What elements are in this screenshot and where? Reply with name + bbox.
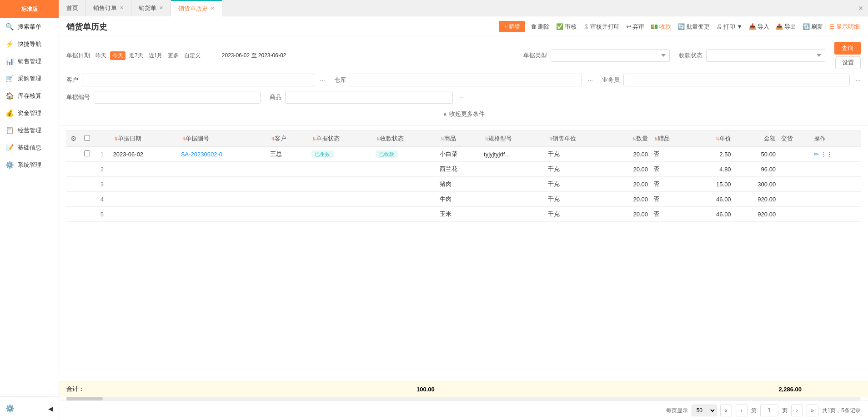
th-settings[interactable]: ⚙ xyxy=(66,131,80,147)
date-tag-1month[interactable]: 近1月 xyxy=(147,51,165,60)
horizontal-scrollbar[interactable] xyxy=(66,397,861,400)
query-button[interactable]: 查询 xyxy=(834,42,861,55)
row-checkbox-input[interactable] xyxy=(84,150,90,156)
next-page-button[interactable]: › xyxy=(791,405,803,416)
tab-sales-goods[interactable]: 销货单 ✕ xyxy=(131,0,171,16)
th-date[interactable]: ⇅单据日期 xyxy=(110,131,178,147)
select-all-checkbox[interactable] xyxy=(84,135,90,141)
goods-input[interactable] xyxy=(285,91,453,104)
scrollbar-thumb[interactable] xyxy=(66,397,103,400)
sidebar-item-operations[interactable]: 📋 经营管理 xyxy=(0,122,59,139)
close-sales-order-icon[interactable]: ✕ xyxy=(120,5,124,11)
doc-type-select[interactable] xyxy=(551,49,670,62)
goods-dots[interactable]: ··· xyxy=(458,94,464,101)
row-operation: ✏⋮⋮ xyxy=(811,147,861,162)
import-button[interactable]: 📥 导入 xyxy=(748,21,770,32)
th-customer[interactable]: ⇅客户 xyxy=(267,131,309,147)
row-date xyxy=(110,177,178,192)
row-quantity: 20.00 xyxy=(609,147,651,162)
edit-button[interactable]: ✏ xyxy=(814,151,819,158)
th-gift[interactable]: ⇅赠品 xyxy=(651,131,692,147)
sidebar-item-basic-info[interactable]: 📝 基础信息 xyxy=(0,139,59,156)
last-page-button[interactable]: » xyxy=(807,405,818,416)
collapse-button[interactable]: ∧ 收起更多条件 xyxy=(66,108,861,120)
row-doc-no xyxy=(178,177,267,192)
collect-button[interactable]: 💵 收款 xyxy=(650,21,672,32)
row-checkbox[interactable] xyxy=(80,192,94,207)
th-quantity[interactable]: ⇅数量 xyxy=(609,131,651,147)
row-checkbox[interactable] xyxy=(80,177,94,192)
customer-dots[interactable]: ··· xyxy=(320,76,325,84)
th-goods[interactable]: ⇅商品 xyxy=(437,131,481,147)
date-tag-more[interactable]: 更多 xyxy=(166,51,181,60)
sidebar-item-purchase[interactable]: 🛒 采购管理 xyxy=(0,70,59,87)
delete-button[interactable]: 🗑 删除 xyxy=(530,21,551,32)
date-tag-yesterday[interactable]: 昨天 xyxy=(94,51,108,60)
show-details-button[interactable]: ☰ 显示明细 xyxy=(828,21,861,32)
close-sales-goods-icon[interactable]: ✕ xyxy=(159,5,163,11)
date-tag-7days[interactable]: 近7天 xyxy=(127,51,145,60)
tab-home[interactable]: 首页 xyxy=(59,0,86,16)
collapse-icon[interactable]: ◀ xyxy=(48,405,53,412)
refresh-button[interactable]: 🔃 刷新 xyxy=(802,21,824,32)
more-ops-button[interactable]: ⋮⋮ xyxy=(821,151,833,158)
sidebar-item-finance[interactable]: 💰 资金管理 xyxy=(0,105,59,122)
sidebar-item-quick-nav[interactable]: ⚡ 快捷导航 xyxy=(0,35,59,53)
date-tag-today[interactable]: 今天 xyxy=(110,51,125,60)
audit-print-button[interactable]: 🖨 审核并打印 xyxy=(582,21,621,32)
row-checkbox[interactable] xyxy=(80,147,94,162)
gear-icon[interactable]: ⚙️ xyxy=(5,404,15,413)
prev-page-button[interactable]: ‹ xyxy=(736,405,748,416)
th-unit[interactable]: ⇅销售单位 xyxy=(545,131,609,147)
page-title: 销货单历史 xyxy=(66,21,107,32)
audit-button[interactable]: ✅ 审核 xyxy=(555,21,577,32)
th-doc-status[interactable]: ⇅单据状态 xyxy=(309,131,373,147)
add-button[interactable]: + 新增 xyxy=(499,21,525,32)
th-spec[interactable]: ⇅规格型号 xyxy=(481,131,545,147)
date-tag-custom[interactable]: 自定义 xyxy=(182,51,202,60)
tab-bar-close-all[interactable]: ✕ xyxy=(858,5,868,12)
per-page-select[interactable]: 50 100 200 xyxy=(692,405,717,416)
doc-no-link[interactable]: SA-20230602-0 xyxy=(181,151,222,158)
tab-sales-history[interactable]: 销货单历史 ✕ xyxy=(171,0,222,16)
th-delivery[interactable]: 交货 xyxy=(778,131,811,147)
row-payment-status: 已收款 xyxy=(373,147,437,162)
customer-input[interactable] xyxy=(82,74,314,86)
th-payment-status[interactable]: ⇅收款状态 xyxy=(373,131,437,147)
batch-change-button[interactable]: 🔄 批量变更 xyxy=(677,21,711,32)
staff-input[interactable] xyxy=(623,74,850,86)
sidebar-bottom-btns[interactable]: ⚙️ ◀ xyxy=(0,400,59,416)
settings-button[interactable]: 设置 xyxy=(835,56,861,69)
export-button[interactable]: 📤 导出 xyxy=(775,21,797,32)
sidebar-item-system[interactable]: ⚙️ 系统管理 xyxy=(0,156,59,174)
warehouse-dots[interactable]: ··· xyxy=(587,76,593,84)
abandon-button[interactable]: ↩ 弃审 xyxy=(625,21,645,32)
th-doc-no[interactable]: ⇅单据编号 xyxy=(178,131,267,147)
table-footer: 合计： 100.00 2,286.00 xyxy=(59,381,868,397)
row-goods: 牛肉 xyxy=(437,192,481,207)
sidebar-item-sales[interactable]: 📊 销售管理 xyxy=(0,53,59,70)
export-icon: 📤 xyxy=(776,23,783,30)
th-amount[interactable]: 金额 xyxy=(734,131,779,147)
staff-dots[interactable]: ··· xyxy=(855,76,861,84)
toolbar: + 新增 🗑 删除 ✅ 审核 🖨 审核并打印 ↩ 弃审 xyxy=(499,21,861,32)
print-button[interactable]: 🖨 打印 ▼ xyxy=(715,21,743,32)
warehouse-input[interactable] xyxy=(350,74,582,86)
row-doc-no xyxy=(178,162,267,177)
payment-status-select[interactable] xyxy=(706,49,825,62)
sidebar-item-search-menu[interactable]: 🔍 搜索菜单 xyxy=(0,18,59,35)
th-price[interactable]: ⇅单价 xyxy=(692,131,733,147)
row-checkbox[interactable] xyxy=(80,162,94,177)
page-input[interactable] xyxy=(760,405,778,416)
table-settings-gear-icon[interactable]: ⚙ xyxy=(70,135,76,142)
row-goods: 猪肉 xyxy=(437,177,481,192)
first-page-button[interactable]: « xyxy=(720,405,732,416)
row-doc-no[interactable]: SA-20230602-0 xyxy=(178,147,267,162)
filter-date: 单据日期 昨天 今天 近7天 近1月 更多 自定义 xyxy=(66,51,213,60)
th-checkbox[interactable] xyxy=(80,131,94,147)
close-sales-history-icon[interactable]: ✕ xyxy=(211,5,215,11)
sidebar-item-inventory[interactable]: 🏠 库存核算 xyxy=(0,87,59,105)
doc-no-input[interactable] xyxy=(94,91,261,104)
row-checkbox[interactable] xyxy=(80,207,94,222)
tab-sales-order[interactable]: 销售订单 ✕ xyxy=(86,0,131,16)
